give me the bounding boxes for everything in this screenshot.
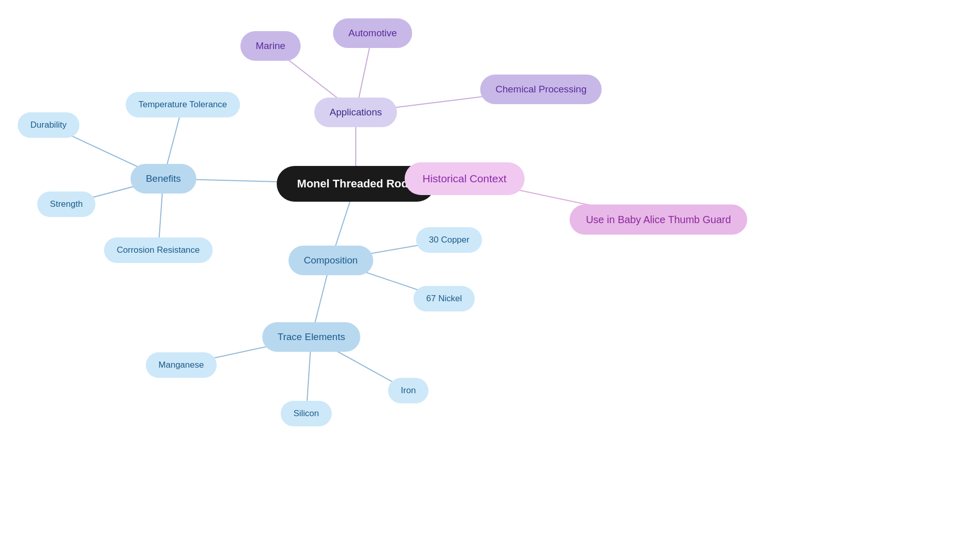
chemical-processing-node[interactable]: Chemical Processing: [480, 75, 602, 104]
silicon-node[interactable]: Silicon: [281, 401, 332, 426]
marine-node[interactable]: Marine: [240, 31, 301, 61]
baby-alice-node[interactable]: Use in Baby Alice Thumb Guard: [570, 205, 747, 235]
copper-node[interactable]: 30 Copper: [416, 227, 482, 253]
applications-node[interactable]: Applications: [314, 98, 397, 127]
automotive-node[interactable]: Automotive: [333, 18, 412, 48]
corrosion-resistance-node[interactable]: Corrosion Resistance: [104, 237, 213, 263]
manganese-node[interactable]: Manganese: [146, 352, 217, 378]
temperature-tolerance-node[interactable]: Temperature Tolerance: [126, 92, 240, 117]
composition-node[interactable]: Composition: [288, 246, 373, 275]
trace-elements-node[interactable]: Trace Elements: [262, 322, 360, 352]
durability-node[interactable]: Durability: [18, 112, 80, 138]
iron-node[interactable]: Iron: [388, 378, 428, 403]
historical-context-node[interactable]: Historical Context: [405, 162, 525, 195]
nickel-node[interactable]: 67 Nickel: [413, 286, 475, 311]
benefits-node[interactable]: Benefits: [131, 164, 197, 194]
strength-node[interactable]: Strength: [37, 191, 95, 217]
